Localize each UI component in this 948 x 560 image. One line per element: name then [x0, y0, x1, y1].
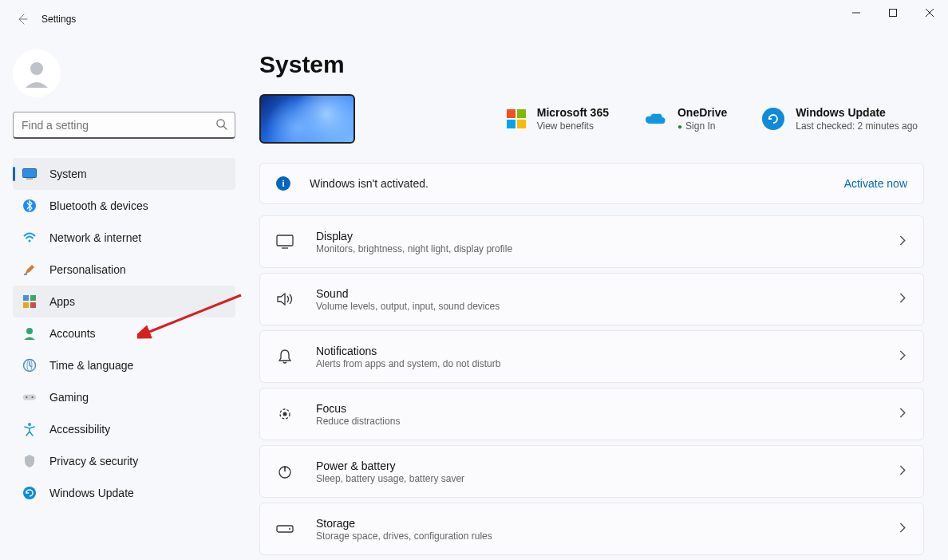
svg-rect-21	[277, 235, 293, 246]
svg-rect-0	[890, 10, 897, 17]
activate-now-link[interactable]: Activate now	[844, 177, 907, 190]
card-sound[interactable]: SoundVolume levels, output, input, sound…	[259, 273, 924, 325]
chevron-right-icon	[897, 235, 907, 249]
sidebar-item-privacy[interactable]: Privacy & security	[13, 445, 235, 477]
sidebar-item-label: System	[49, 168, 87, 180]
svg-rect-8	[23, 295, 29, 301]
gamepad-icon	[22, 390, 37, 404]
sidebar-item-network[interactable]: Network & internet	[13, 222, 235, 254]
windows-update-block[interactable]: Windows Update Last checked: 2 minutes a…	[762, 106, 918, 132]
focus-icon	[276, 405, 294, 423]
clock-globe-icon	[22, 358, 37, 373]
accessibility-icon	[22, 422, 37, 436]
card-title: Display	[316, 230, 512, 243]
card-title: Storage	[316, 517, 492, 530]
windows-update-circle-icon	[762, 108, 784, 130]
wifi-icon	[22, 231, 37, 245]
storage-icon	[276, 520, 294, 538]
update-sub: Last checked: 2 minutes ago	[796, 120, 918, 132]
card-sub: Sleep, battery usage, battery saver	[316, 473, 464, 484]
card-sub: Storage space, drives, configuration rul…	[316, 530, 492, 542]
sidebar-item-accessibility[interactable]: Accessibility	[13, 413, 235, 445]
sidebar-item-label: Personalisation	[49, 263, 126, 276]
sidebar-item-bluetooth[interactable]: Bluetooth & devices	[13, 190, 235, 222]
bell-icon	[276, 348, 294, 365]
onedrive-title: OneDrive	[677, 106, 727, 119]
svg-rect-7	[24, 274, 27, 275]
sidebar-item-label: Bluetooth & devices	[49, 199, 148, 212]
svg-point-2	[217, 120, 224, 127]
accounts-icon	[22, 326, 37, 341]
chevron-right-icon	[897, 522, 907, 536]
sidebar-item-time[interactable]: Time & language	[13, 349, 235, 381]
person-icon	[21, 57, 53, 89]
search-icon	[215, 118, 227, 133]
card-focus[interactable]: FocusReduce distractions	[259, 388, 924, 440]
chevron-right-icon	[897, 292, 907, 306]
card-title: Notifications	[316, 345, 500, 357]
minimize-button[interactable]	[838, 0, 875, 26]
svg-point-12	[26, 328, 33, 334]
m365-sub: View benefits	[537, 120, 609, 132]
user-avatar[interactable]	[13, 49, 61, 97]
m365-title: Microsoft 365	[537, 106, 609, 119]
card-title: Focus	[316, 402, 400, 415]
window-title: Settings	[41, 14, 76, 25]
sidebar-item-gaming[interactable]: Gaming	[13, 381, 235, 413]
sidebar-item-system[interactable]: System	[13, 158, 235, 190]
svg-point-23	[283, 412, 287, 416]
card-sub: Volume levels, output, input, sound devi…	[316, 301, 500, 312]
sidebar-item-label: Windows Update	[49, 487, 134, 499]
svg-point-17	[32, 396, 34, 398]
back-button[interactable]	[11, 8, 34, 30]
arrow-left-icon	[16, 13, 29, 26]
chevron-right-icon	[897, 464, 907, 479]
close-icon	[926, 9, 934, 17]
card-sub: Alerts from apps and system, do not dist…	[316, 358, 500, 369]
apps-icon	[22, 294, 37, 309]
update-title: Windows Update	[796, 106, 918, 119]
card-title: Sound	[316, 287, 500, 300]
svg-point-18	[28, 423, 31, 426]
card-sub: Monitors, brightness, night light, displ…	[316, 243, 512, 254]
onedrive-block[interactable]: OneDrive ●Sign In	[644, 106, 727, 132]
display-icon	[276, 233, 294, 250]
search-input[interactable]	[13, 112, 235, 139]
shield-icon	[22, 454, 37, 468]
onedrive-icon	[644, 108, 666, 130]
activation-banner: i Windows isn't activated. Activate now	[259, 163, 924, 204]
microsoft-365-block[interactable]: Microsoft 365 View benefits	[507, 106, 609, 132]
desktop-preview-thumbnail[interactable]	[259, 94, 355, 144]
card-storage[interactable]: StorageStorage space, drives, configurat…	[259, 503, 924, 555]
page-title: System	[259, 51, 924, 78]
sidebar-item-label: Accounts	[49, 327, 96, 340]
chevron-right-icon	[897, 407, 907, 421]
svg-rect-11	[30, 302, 36, 308]
status-dot: ●	[677, 122, 682, 131]
svg-rect-4	[26, 179, 33, 179]
card-notifications[interactable]: NotificationsAlerts from apps and system…	[259, 330, 924, 383]
card-display[interactable]: DisplayMonitors, brightness, night light…	[259, 215, 924, 268]
sidebar-item-label: Apps	[49, 295, 75, 308]
sidebar-item-label: Network & internet	[49, 231, 141, 244]
svg-rect-15	[23, 394, 36, 400]
microsoft-365-icon	[507, 109, 526, 128]
power-icon	[276, 463, 294, 480]
svg-point-26	[289, 528, 290, 530]
sidebar-item-accounts[interactable]: Accounts	[13, 317, 235, 349]
maximize-button[interactable]	[875, 0, 911, 26]
sidebar-item-personalisation[interactable]: Personalisation	[13, 254, 235, 286]
sidebar-item-update[interactable]: Windows Update	[13, 477, 235, 509]
svg-rect-9	[30, 295, 36, 301]
maximize-icon	[889, 9, 897, 17]
svg-point-6	[29, 240, 31, 243]
sidebar-item-label: Privacy & security	[49, 455, 138, 467]
bluetooth-icon	[22, 199, 37, 213]
onedrive-sub: Sign In	[685, 120, 715, 132]
paintbrush-icon	[22, 262, 37, 277]
sidebar-item-apps[interactable]: Apps	[13, 286, 235, 317]
card-power[interactable]: Power & batterySleep, battery usage, bat…	[259, 445, 924, 498]
sidebar-item-label: Accessibility	[49, 423, 110, 436]
close-button[interactable]	[911, 0, 948, 26]
sidebar-item-label: Gaming	[49, 391, 89, 404]
